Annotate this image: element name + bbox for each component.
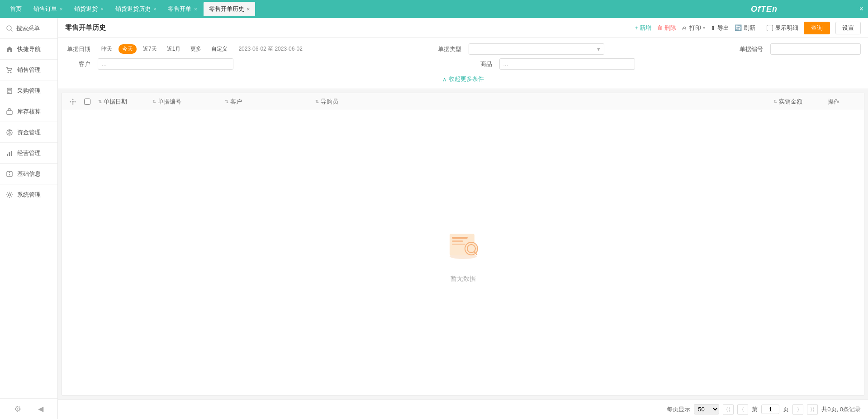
inventory-icon (5, 108, 14, 116)
tab-label: 零售开单 (168, 5, 191, 13)
sort-icon-date: ⇅ (98, 99, 102, 104)
toolbar-divider (761, 24, 761, 32)
tab-零售开单历史[interactable]: 零售开单历史× (204, 2, 255, 16)
filter-date-buttons: 昨天今天近7天近1月更多自定义 (98, 44, 231, 54)
refresh-icon: 🔄 (735, 24, 742, 31)
tab-close-icon[interactable]: × (60, 6, 62, 12)
svg-point-22 (75, 101, 76, 102)
type-select[interactable]: ▾ (469, 43, 604, 55)
header-checkbox[interactable] (84, 99, 90, 105)
export-button[interactable]: ⬆ 导出 (711, 24, 729, 32)
sidebar-item-系统管理[interactable]: 系统管理 (0, 184, 57, 205)
sidebar-items: 快捷导航 销售管理 采购管理 库存核算 $ 资金管理 经营管理 基础信息 系统管… (0, 39, 57, 205)
manage-icon (5, 149, 14, 157)
th-date[interactable]: ⇅ 单据日期 (95, 98, 149, 106)
client-placeholder: ... (102, 61, 107, 67)
svg-point-19 (72, 99, 74, 100)
goods-select[interactable]: ... (499, 58, 635, 70)
tab-close-icon[interactable]: × (100, 6, 103, 12)
empty-text: 暂无数据 (451, 275, 476, 283)
table-area: ⇅ 单据日期 ⇅ 单据编号 ⇅ 客户 ⇅ 导购员 ⇅ 实销 (62, 93, 864, 395)
th-amount[interactable]: ⇅ 实销金额 (770, 98, 824, 106)
date-btn-今天[interactable]: 今天 (119, 44, 137, 54)
sidebar-label: 采购管理 (17, 87, 41, 95)
print-button[interactable]: 🖨 打印 ▾ (682, 24, 705, 32)
refresh-button[interactable]: 🔄 刷新 (735, 24, 755, 32)
tab-close-icon[interactable]: × (194, 6, 197, 12)
display-toggle[interactable]: 显示明细 (767, 24, 798, 32)
column-settings-button[interactable] (66, 98, 80, 105)
delete-button[interactable]: 🗑 删除 (657, 24, 676, 32)
client-select[interactable]: ... (98, 58, 233, 70)
date-btn-近1月[interactable]: 近1月 (163, 44, 185, 54)
tab-label: 首页 (10, 5, 22, 13)
goods-placeholder: ... (503, 61, 508, 67)
date-btn-自定义[interactable]: 自定义 (208, 44, 231, 54)
tab-close-icon[interactable]: × (247, 6, 250, 12)
svg-point-2 (8, 71, 9, 73)
prev-page-button[interactable]: ⟨ (737, 404, 748, 415)
collapse-button[interactable]: ∧ 收起更多条件 (442, 75, 484, 83)
export-label: 导出 (717, 24, 729, 32)
print-dropdown-icon[interactable]: ▾ (703, 25, 705, 30)
sort-icon-guide: ⇅ (315, 99, 319, 104)
tab-销货退货历史[interactable]: 销货退货历史× (110, 2, 161, 16)
sidebar-label: 资金管理 (17, 128, 41, 137)
sidebar-item-基础信息[interactable]: 基础信息 (0, 164, 57, 184)
setting-button[interactable]: 设置 (835, 22, 861, 34)
number-label: 单据编号 (738, 45, 763, 53)
first-page-button[interactable]: ⟨⟨ (723, 404, 734, 415)
sidebar-search-label: 搜索采单 (16, 24, 40, 33)
sidebar-label: 库存核算 (17, 108, 41, 116)
client-label: 客户 (65, 60, 90, 68)
date-label: 单据日期 (65, 45, 90, 53)
svg-rect-27 (452, 244, 465, 245)
add-button[interactable]: + 新增 (635, 24, 651, 32)
type-dropdown-icon: ▾ (597, 46, 600, 52)
next-page-button[interactable]: ⟩ (792, 404, 803, 415)
tab-零售开单[interactable]: 零售开单× (162, 2, 202, 16)
tab-label: 销售订单 (33, 5, 57, 13)
svg-text:$: $ (8, 129, 12, 136)
number-input[interactable] (770, 43, 861, 55)
page-number-input[interactable] (761, 405, 779, 414)
sidebar-item-经营管理[interactable]: 经营管理 (0, 143, 57, 164)
tab-close-icon[interactable]: × (153, 6, 156, 12)
date-btn-近7天[interactable]: 近7天 (139, 44, 161, 54)
th-guide[interactable]: ⇅ 导购员 (312, 98, 366, 106)
print-label: 打印 (689, 24, 701, 32)
query-button[interactable]: 查询 (804, 22, 830, 34)
sidebar-item-资金管理[interactable]: $ 资金管理 (0, 122, 57, 143)
settings-icon[interactable]: ⚙ (14, 404, 21, 414)
th-num[interactable]: ⇅ 单据编号 (149, 98, 221, 106)
svg-rect-8 (7, 111, 12, 114)
page-size-label: 每页显示 (667, 405, 690, 414)
sidebar-item-库存核算[interactable]: 库存核算 (0, 101, 57, 122)
collapse-icon[interactable]: ◀ (38, 405, 43, 413)
page-size-select[interactable]: 50 10 20 100 (694, 404, 719, 414)
tab-销售订单[interactable]: 销售订单× (28, 2, 68, 16)
tab-首页[interactable]: 首页 (5, 2, 27, 16)
date-btn-更多[interactable]: 更多 (187, 44, 205, 54)
sidebar-label: 基础信息 (17, 170, 41, 178)
svg-rect-12 (9, 152, 10, 156)
svg-rect-26 (452, 240, 463, 242)
filter-row-1: 单据日期 昨天今天近7天近1月更多自定义 2023-06-02 至 2023-0… (65, 43, 861, 55)
date-range: 2023-06-02 至 2023-06-02 (238, 45, 302, 53)
sidebar-item-采购管理[interactable]: 采购管理 (0, 80, 57, 101)
sidebar-item-销售管理[interactable]: 销售管理 (0, 60, 57, 80)
date-btn-昨天[interactable]: 昨天 (98, 44, 116, 54)
th-client[interactable]: ⇅ 客户 (221, 98, 312, 106)
window-close-button[interactable]: × (859, 5, 863, 13)
tab-bar: 首页销售订单×销货退货×销货退货历史×零售开单×零售开单历史× (5, 2, 859, 16)
refresh-label: 刷新 (744, 24, 755, 32)
goods-label: 商品 (467, 60, 492, 68)
cart-icon (5, 66, 14, 74)
last-page-button[interactable]: ⟩⟩ (807, 404, 818, 415)
tab-销货退货[interactable]: 销货退货× (69, 2, 109, 16)
sidebar-search[interactable]: 搜索采单 (0, 18, 57, 39)
sidebar-item-快捷导航[interactable]: 快捷导航 (0, 39, 57, 60)
display-checkbox[interactable] (767, 25, 773, 31)
svg-point-18 (72, 101, 74, 103)
select-all-checkbox[interactable] (80, 99, 95, 105)
